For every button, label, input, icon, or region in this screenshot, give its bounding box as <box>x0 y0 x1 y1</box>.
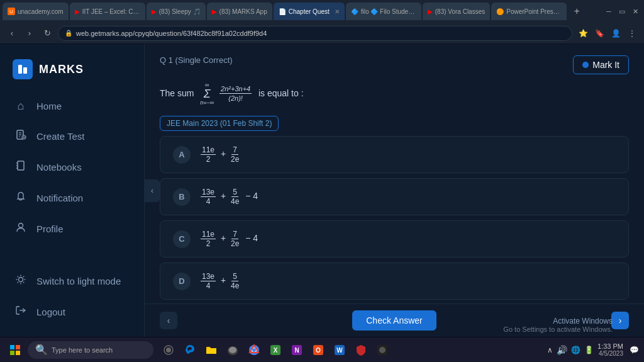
svg-point-35 <box>252 348 256 352</box>
sidebar-item-create-test[interactable]: Create Test <box>5 122 139 151</box>
svg-text:O: O <box>316 347 321 354</box>
add-tab-button[interactable]: + <box>568 3 586 20</box>
sidebar-item-profile[interactable]: Profile <box>5 214 139 244</box>
taskbar-purple-app[interactable]: N <box>287 340 307 360</box>
maximize-button[interactable]: ▭ <box>616 5 628 18</box>
tab-bar: U unacademy.com ▶ IIT JEE – Excel: Co...… <box>0 0 644 23</box>
sidebar-item-label-notification: Notification <box>36 193 83 203</box>
back-button[interactable]: ‹ <box>5 26 19 40</box>
sidebar: MARKS ⌂ Home C <box>0 44 145 337</box>
tab-vora[interactable]: ▶ (83) Vora Classes <box>423 3 490 20</box>
sidebar-item-notification[interactable]: Notification <box>5 183 139 213</box>
tray-icon-4: 🔋 <box>584 346 594 354</box>
mark-it-label: Mark It <box>592 60 619 70</box>
taskbar-search-bar[interactable]: 🔍 Type here to search <box>28 341 153 359</box>
taskbar-kangaroo[interactable] <box>223 340 243 360</box>
svg-text:N: N <box>294 347 299 354</box>
prev-icon: ‹ <box>167 315 170 325</box>
sidebar-item-label-create-test: Create Test <box>36 131 84 142</box>
option-letter-b: B <box>173 188 191 206</box>
prev-button[interactable]: ‹ <box>160 312 177 329</box>
notebooks-icon <box>14 160 28 174</box>
tab-ppt[interactable]: 🟠 PowerPoint Prese... <box>491 3 567 20</box>
svg-rect-9 <box>18 161 24 170</box>
sidebar-item-home[interactable]: ⌂ Home <box>5 92 139 120</box>
check-answer-button[interactable]: Check Answer <box>352 310 436 331</box>
profile-button[interactable]: 👤 <box>609 26 623 40</box>
settings-button[interactable]: ⋮ <box>625 26 639 40</box>
sidebar-item-logout[interactable]: Logout <box>5 297 139 327</box>
taskbar-orange-app[interactable]: O <box>308 340 328 360</box>
taskbar-explorer[interactable] <box>201 340 221 360</box>
sidebar-item-label-logout: Logout <box>36 307 65 317</box>
tray-clock[interactable]: 1:33 PM 4/5/2023 <box>597 342 623 357</box>
tab-marks-app[interactable]: ▶ (83) MARKS App <box>207 3 272 20</box>
tab-chapter-quest[interactable]: 📄 Chapter Quest ✕ <box>274 3 345 20</box>
sidebar-item-light-mode[interactable]: Switch to light mode <box>5 266 139 296</box>
bottom-bar: ‹ Check Answer Activate Windows Go to Se… <box>145 303 644 337</box>
svg-rect-30 <box>206 348 216 354</box>
next-icon: › <box>619 315 622 325</box>
logout-icon <box>14 305 28 319</box>
option-row-c[interactable]: C 11e 2 + 7 2e − 4 <box>160 220 629 257</box>
lock-icon: 🔒 <box>65 30 72 37</box>
collapse-sidebar-button[interactable]: ‹ <box>145 179 160 202</box>
svg-line-22 <box>18 282 18 283</box>
app-container: MARKS ⌂ Home C <box>0 44 644 337</box>
question-equals: is equal to : <box>256 88 304 98</box>
address-bar[interactable]: 🔒 web.getmarks.app/cpyqb/question/63f482… <box>58 26 572 41</box>
option-letter-d: D <box>173 273 191 290</box>
logo-icon <box>13 59 33 79</box>
tab-filo[interactable]: 🔷 filo 🔷 Filo Student... <box>346 3 421 20</box>
minimize-button[interactable]: ─ <box>602 5 615 18</box>
activate-windows-notice: Activate Windows Go to Settings to activ… <box>503 317 613 333</box>
tab-unacademy[interactable]: U unacademy.com <box>3 3 69 20</box>
tab-sleepy[interactable]: ▶ (83) Sleepy 🎵 <box>147 3 206 20</box>
sidebar-item-label-notebooks: Notebooks <box>36 162 82 173</box>
taskbar-red-shield[interactable] <box>351 340 371 360</box>
question-tag: JEE Main 2023 (01 Feb Shift 2) <box>160 116 279 131</box>
start-button[interactable] <box>5 340 25 360</box>
taskbar: 🔍 Type here to search <box>0 337 644 362</box>
question-meta: Q 1 (Single Correct) <box>160 55 233 65</box>
tray-notification[interactable]: 💬 <box>630 346 639 354</box>
sidebar-nav: ⌂ Home Create Test <box>0 92 144 266</box>
taskbar-search-text: Type here to search <box>52 346 113 354</box>
notification-icon <box>14 191 28 205</box>
svg-point-32 <box>229 347 236 353</box>
taskbar-green-app[interactable]: X <box>265 340 286 360</box>
tray-icon-3: 🌐 <box>571 346 580 354</box>
close-button[interactable]: ✕ <box>629 5 641 18</box>
option-content-c: 11e 2 + 7 2e − 4 <box>201 230 258 248</box>
tab-iitjee[interactable]: ▶ IIT JEE – Excel: Co... <box>70 3 145 20</box>
refresh-button[interactable]: ↻ <box>40 26 54 40</box>
taskbar-blue-w-app[interactable]: W <box>330 340 350 360</box>
taskbar-search-icon: 🔍 <box>35 344 48 356</box>
profile-nav-icon <box>14 222 28 236</box>
taskbar-cortana[interactable] <box>158 340 179 360</box>
mark-it-button[interactable]: Mark It <box>573 55 629 74</box>
svg-point-29 <box>166 348 171 353</box>
taskbar-edge[interactable] <box>180 340 200 360</box>
svg-rect-26 <box>10 351 14 355</box>
taskbar-dark-app[interactable] <box>372 340 392 360</box>
taskbar-chrome[interactable] <box>244 340 264 360</box>
extension-button[interactable]: 🔖 <box>592 26 606 40</box>
sidebar-item-notebooks[interactable]: Notebooks <box>5 152 139 182</box>
option-row-a[interactable]: A 11e 2 + 7 2e <box>160 136 629 173</box>
activate-sub: Go to Settings to activate Windows. <box>503 325 613 333</box>
option-row-d[interactable]: D 13e 4 + 5 4e <box>160 263 629 300</box>
math-formula: ∞ Σ n=−∞ 2n²+3n+4 (2n)! <box>199 82 253 106</box>
light-mode-icon <box>14 274 28 288</box>
share-button[interactable]: ⭐ <box>576 26 590 40</box>
question-text-start: The sum <box>160 88 196 98</box>
create-test-icon <box>14 129 28 144</box>
svg-point-45 <box>379 347 386 353</box>
logo-text: MARKS <box>39 63 84 76</box>
next-button[interactable]: › <box>611 312 629 329</box>
forward-button[interactable]: › <box>23 26 36 40</box>
tray-icon-2: 🔊 <box>557 345 567 355</box>
question-header: Q 1 (Single Correct) Mark It <box>145 44 644 82</box>
sidebar-bottom: Switch to light mode Logout <box>0 266 144 327</box>
option-row-b[interactable]: B 13e 4 + 5 4e − 4 <box>160 178 629 215</box>
